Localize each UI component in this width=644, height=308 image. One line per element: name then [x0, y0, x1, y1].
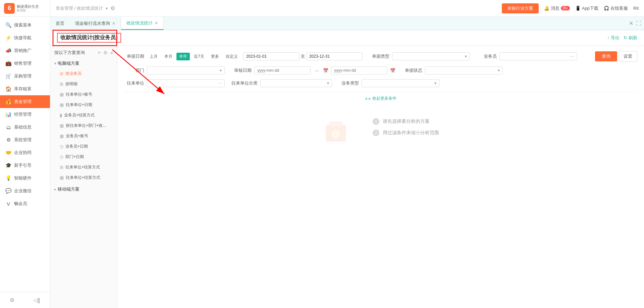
scheme-group-1: ▸移动端方案: [50, 184, 117, 194]
step-2-num: 2: [373, 130, 379, 136]
audit-to-input[interactable]: [331, 66, 387, 74]
sidebar-item-企业协同[interactable]: 🤝企业协同: [0, 146, 50, 159]
query-panel: 单据日期 上月本月本年近7天更多自定义 至 单据类型 ▾: [117, 46, 644, 308]
scheme-item-0-10[interactable]: ▦往来单位+结算方式: [50, 172, 117, 183]
headset-icon: 🎧: [604, 6, 609, 11]
sidebar-item-新手引导[interactable]: 🎓新手引导: [0, 159, 50, 172]
breadcrumb-chevron-icon[interactable]: ▾: [106, 6, 108, 11]
scheme-groups-container: ▾电脑端方案⊙按业务员⊞按明细▦往来单位+账号▦往来单位+日期▮业务员+结算方式…: [50, 58, 117, 194]
sidebar-item-采购管理[interactable]: 🛒采购管理: [0, 70, 50, 83]
scheme-group-header-1[interactable]: ▸移动端方案: [50, 184, 117, 194]
date-shortcuts: 上月本月本年近7天更多自定义: [147, 53, 240, 60]
sidebar-item-资金管理[interactable]: 💰资金管理: [0, 95, 50, 108]
query-button[interactable]: 查询: [595, 51, 617, 61]
user-name-btn[interactable]: Rit: [633, 6, 639, 11]
top-header-left: 资金管理 / 收款情况统计 ▾ ⚙: [56, 5, 115, 11]
add-scheme-icon[interactable]: +: [98, 50, 101, 56]
dept-label: 部门: [124, 67, 144, 73]
sidebar-settings-btn[interactable]: ⚙: [7, 296, 17, 305]
date-shortcut-更多[interactable]: 更多: [208, 53, 222, 60]
tab-cashflow-close-icon[interactable]: ✕: [112, 21, 115, 26]
sidebar-item-畅会员[interactable]: V畅会员: [0, 197, 50, 210]
settings-button[interactable]: 设置: [619, 51, 637, 62]
nav-icon-2: 📣: [5, 48, 11, 54]
header-settings-icon[interactable]: ⚙: [110, 5, 115, 11]
nav-icon-5: 🏠: [5, 86, 11, 92]
salesman-select[interactable]: ···: [499, 52, 577, 60]
partner-category-select[interactable]: ▾: [260, 79, 332, 87]
audit-from-input[interactable]: [254, 66, 311, 74]
scheme-item-0-3[interactable]: ▦往来单位+日期: [50, 100, 117, 110]
maximize-window-icon[interactable]: ⛶: [636, 20, 641, 27]
audit-date-label: 审核日期: [231, 67, 252, 73]
export-button[interactable]: ↑ 导出: [607, 35, 620, 41]
partner-select[interactable]: ···: [147, 79, 225, 87]
nav-icon-3: 💼: [5, 60, 11, 66]
scheme-group-header-0[interactable]: ▾电脑端方案: [50, 58, 117, 68]
sidebar-item-营销推广[interactable]: 📣营销推广: [0, 44, 50, 57]
date-to-input[interactable]: [306, 52, 363, 60]
bill-status-chevron-icon: ▾: [498, 68, 500, 73]
sidebar-item-智能硬件[interactable]: 💡智能硬件: [0, 172, 50, 185]
scheme-item-grid-icon: ⊞: [60, 165, 63, 170]
page-header: 收款情况统计(按业务员) ↑ 导出 ↻ 刷新: [50, 30, 644, 46]
calendar-icon-2[interactable]: 📅: [390, 68, 395, 73]
nav-icon-1: ⚡: [5, 35, 11, 41]
calendar-icon-1[interactable]: 📅: [323, 68, 328, 73]
filter-bill-status-item: 单据状态 ▾: [402, 66, 503, 74]
close-window-icon[interactable]: ✕: [629, 20, 633, 27]
sidebar-item-快捷导航[interactable]: ⚡快捷导航: [0, 32, 50, 44]
sidebar-collapse-btn[interactable]: ◁‖: [31, 296, 43, 305]
partner-category-label: 往来单位分类: [231, 80, 258, 86]
scheme-panel-icons: + ⚙ «: [98, 50, 113, 56]
scheme-item-0-2[interactable]: ▦往来单位+账号: [50, 89, 117, 100]
scheme-item-0-8[interactable]: ◷部门+日期: [50, 152, 117, 162]
tab-cashflow[interactable]: 现金银行流水查询 ✕: [70, 17, 121, 30]
bill-status-select[interactable]: ▾: [425, 66, 503, 74]
partner-dots-icon[interactable]: ···: [218, 81, 222, 86]
date-from-input[interactable]: [243, 52, 300, 60]
sidebar-item-基础信息[interactable]: 🗂基础信息: [0, 121, 50, 134]
tab-home[interactable]: 首页: [50, 17, 70, 30]
scheme-item-0-5[interactable]: ▦按往来单位+部门+收...: [50, 120, 117, 131]
date-shortcut-自定义[interactable]: 自定义: [223, 53, 240, 60]
tab-collection-close-icon[interactable]: ✕: [155, 21, 158, 25]
scheme-item-0-0[interactable]: ⊙按业务员: [50, 68, 117, 79]
date-shortcut-近7天[interactable]: 近7天: [191, 53, 207, 60]
filter-partner-item: 往来单位 ···: [124, 79, 225, 87]
scheme-group-0: ▾电脑端方案⊙按业务员⊞按明细▦往来单位+账号▦往来单位+日期▮业务员+结算方式…: [50, 58, 117, 183]
app-download-btn[interactable]: 📱 App下载: [575, 5, 598, 11]
sidebar-item-企业微信[interactable]: 💬企业微信: [0, 185, 50, 197]
sidebar-item-库存核算[interactable]: 🏠库存核算: [0, 83, 50, 95]
bill-type-select[interactable]: ▾: [392, 52, 470, 60]
sidebar-item-销售管理[interactable]: 💼销售管理: [0, 57, 50, 70]
collapse-bar[interactable]: ∧∧ 收起更多条件: [124, 92, 637, 105]
sidebar-item-系统管理[interactable]: ⚙系统管理: [0, 134, 50, 146]
date-shortcut-本年[interactable]: 本年: [176, 53, 190, 60]
date-shortcut-本月[interactable]: 本月: [162, 53, 175, 60]
collapse-scheme-icon[interactable]: «: [110, 50, 113, 55]
audit-date-separator: —: [315, 68, 319, 73]
filter-dept-item: 部门 ▾: [124, 66, 225, 74]
salesman-dots-icon[interactable]: ···: [571, 54, 574, 59]
scheme-item-0-6[interactable]: ▦业务员+账号: [50, 131, 117, 141]
filter-audit-date-item: 审核日期 — 📅 📅: [231, 66, 395, 74]
refresh-button[interactable]: ↻ 刷新: [624, 35, 637, 41]
scheme-item-0-9[interactable]: ⊞往来单位+结算方式: [50, 162, 117, 172]
scheme-item-0-1[interactable]: ⊞按明细: [50, 79, 117, 89]
scheme-item-table-icon: ▦: [60, 123, 64, 128]
trial-industry-button[interactable]: 体验行业方案: [502, 3, 539, 13]
date-shortcut-上月[interactable]: 上月: [147, 53, 160, 60]
scheme-item-0-7[interactable]: ◷业务员+日期: [50, 141, 117, 152]
tab-collection-stats[interactable]: 收款情况统计 ✕: [121, 17, 164, 30]
scheme-item-0-4[interactable]: ▮业务员+结算方式: [50, 110, 117, 120]
sidebar-item-经营管理[interactable]: 📊经营管理: [0, 108, 50, 121]
sidebar-item-搜索菜单[interactable]: 🔍搜索菜单: [0, 19, 50, 32]
online-service-btn[interactable]: 🎧 在线客服: [604, 5, 628, 11]
scheme-item-clock-icon: ◷: [60, 154, 63, 159]
biz-type-select[interactable]: ▾: [362, 79, 439, 87]
dept-select[interactable]: ▾: [147, 66, 225, 74]
message-btn[interactable]: 🔔 消息 99+: [544, 5, 570, 11]
settings-scheme-icon[interactable]: ⚙: [103, 50, 108, 55]
filter-biz-type-item: 业务类型 ▾: [339, 79, 439, 87]
